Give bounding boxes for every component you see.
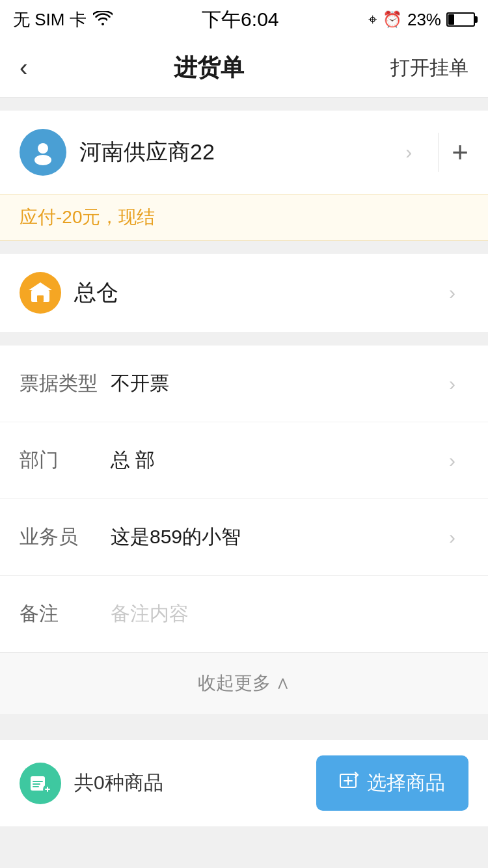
select-product-icon: [340, 772, 360, 794]
top-divider: [0, 98, 488, 111]
page-background: [0, 826, 488, 868]
alert-text: 应付-20元，现结: [20, 207, 155, 227]
location-icon: ⌖: [368, 10, 377, 29]
bottom-section: 共0种商品 选择商品: [0, 740, 488, 826]
supplier-name: 河南供应商22: [79, 137, 405, 167]
back-button[interactable]: ‹: [20, 54, 28, 82]
remark-label: 备注: [20, 601, 98, 627]
invoice-label: 票据类型: [20, 370, 98, 397]
salesman-row[interactable]: 业务员 这是859的小智 ›: [0, 498, 488, 575]
supplier-section: 河南供应商22 › + 应付-20元，现结: [0, 111, 488, 241]
department-row[interactable]: 部门 总 部 ›: [0, 422, 488, 498]
svg-marker-3: [29, 282, 52, 290]
mid-divider1: [0, 241, 488, 254]
alarm-icon: ⏰: [383, 10, 402, 29]
product-count-label: 共0种商品: [74, 770, 316, 796]
supplier-row[interactable]: 河南供应商22 › +: [0, 111, 488, 194]
department-value: 总 部: [111, 447, 449, 474]
remark-row[interactable]: 备注 备注内容: [0, 575, 488, 652]
collapse-button[interactable]: 收起更多 ∧: [0, 652, 488, 714]
nav-bar: ‹ 进货单 打开挂单: [0, 39, 488, 98]
status-bar: 无 SIM 卡 下午6:04 ⌖ ⏰ 23%: [0, 0, 488, 39]
select-product-label: 选择商品: [367, 770, 445, 796]
remark-placeholder: 备注内容: [111, 601, 468, 627]
wifi-icon: [93, 10, 113, 30]
invoice-chevron-icon: ›: [449, 373, 455, 395]
bottom-divider: [0, 714, 488, 727]
warehouse-name: 总仓: [74, 278, 449, 308]
carrier-label: 无 SIM 卡: [13, 8, 87, 31]
status-left: 无 SIM 卡: [13, 8, 113, 31]
mid-divider2: [0, 332, 488, 345]
supplier-avatar: [20, 129, 66, 176]
status-time: 下午6:04: [202, 7, 278, 33]
form-section: 票据类型 不开票 › 部门 总 部 › 业务员 这是859的小智 › 备注 备注…: [0, 345, 488, 714]
collapse-label: 收起更多 ∧: [198, 673, 291, 693]
battery-text: 23%: [407, 10, 441, 30]
warehouse-section: 总仓 ›: [0, 254, 488, 332]
svg-point-0: [38, 143, 48, 154]
add-supplier-button[interactable]: +: [452, 138, 468, 167]
department-label: 部门: [20, 447, 98, 474]
select-product-button[interactable]: 选择商品: [316, 755, 468, 811]
product-icon: [20, 763, 61, 804]
warehouse-chevron-icon: ›: [449, 282, 455, 304]
salesman-label: 业务员: [20, 524, 98, 550]
svg-point-1: [34, 155, 51, 165]
svg-rect-4: [37, 295, 44, 302]
department-chevron-icon: ›: [449, 450, 455, 472]
open-pending-button[interactable]: 打开挂单: [390, 55, 468, 81]
status-right: ⌖ ⏰ 23%: [368, 10, 475, 30]
page-title: 进货单: [174, 52, 244, 84]
invoice-row[interactable]: 票据类型 不开票 ›: [0, 345, 488, 422]
warehouse-row[interactable]: 总仓 ›: [0, 254, 488, 332]
invoice-value: 不开票: [111, 370, 449, 397]
vertical-divider: [438, 133, 439, 172]
supplier-chevron-icon: ›: [405, 141, 412, 163]
warehouse-icon: [20, 272, 61, 314]
salesman-value: 这是859的小智: [111, 524, 449, 550]
salesman-chevron-icon: ›: [449, 526, 455, 549]
battery-icon: [446, 12, 475, 27]
alert-banner: 应付-20元，现结: [0, 194, 488, 241]
